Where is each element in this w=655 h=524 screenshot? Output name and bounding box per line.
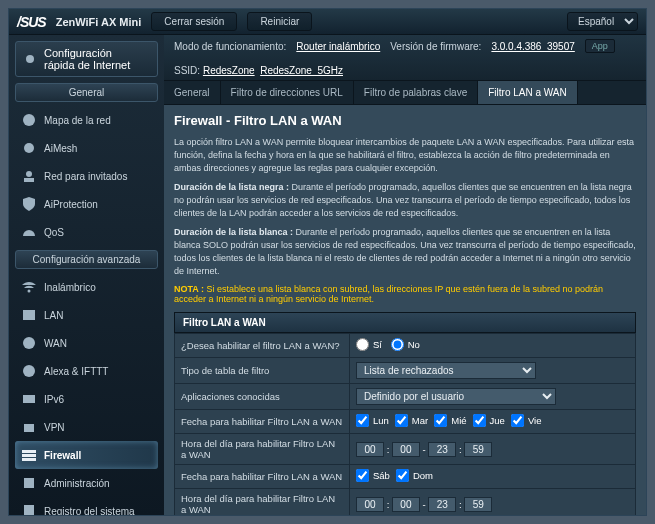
svg-rect-14 [24, 478, 34, 488]
globe-icon [21, 112, 37, 128]
sidebar-item-alexa[interactable]: Alexa & IFTTT [15, 357, 158, 385]
blacklist-label: Duración de la lista negra : [174, 182, 289, 192]
enable-no-radio[interactable] [391, 338, 404, 351]
day-checkbox[interactable] [511, 414, 524, 427]
panel-heading: Filtro LAN a WAN [174, 312, 636, 333]
h2c-input[interactable] [428, 497, 456, 512]
ssid-label: SSID: [174, 65, 200, 76]
svg-rect-11 [22, 450, 36, 453]
vpn-icon [21, 419, 37, 435]
tab-keyword-filter[interactable]: Filtro de palabras clave [354, 81, 478, 104]
page-title: Firewall - Filtro LAN a WAN [174, 113, 636, 128]
svg-rect-6 [23, 310, 35, 320]
hour1-label: Hora del día para habilitar Filtro LAN a… [175, 434, 350, 465]
day-vie[interactable]: Vie [511, 414, 542, 427]
h1c-input[interactable] [428, 442, 456, 457]
sidebar-item-label: VPN [44, 422, 65, 433]
day-mar[interactable]: Mar [395, 414, 428, 427]
sidebar-item-aiprotection[interactable]: AiProtection [15, 190, 158, 218]
app-pill[interactable]: App [585, 39, 615, 53]
apps-label: Aplicaciones conocidas [175, 384, 350, 410]
sidebar-item-wireless[interactable]: Inalámbrico [15, 273, 158, 301]
quick-setup-label-2: rápida de Internet [44, 59, 130, 71]
tabletype-label: Tipo de tabla de filtro [175, 358, 350, 384]
h1d-input[interactable] [464, 442, 492, 457]
firewall-icon [21, 447, 37, 463]
tab-general[interactable]: General [164, 81, 221, 104]
h1b-input[interactable] [392, 442, 420, 457]
day-jue[interactable]: Jue [473, 414, 505, 427]
sidebar-item-label: Administración [44, 478, 110, 489]
svg-point-8 [23, 365, 35, 377]
description-1: La opción filtro LAN a WAN permite bloqu… [174, 136, 636, 175]
day-label: Jue [490, 415, 505, 426]
svg-point-2 [24, 143, 34, 153]
tab-lan-wan-filter[interactable]: Filtro LAN a WAN [478, 81, 578, 104]
day-checkbox[interactable] [356, 414, 369, 427]
h2d-input[interactable] [464, 497, 492, 512]
svg-point-7 [23, 337, 35, 349]
day-checkbox[interactable] [434, 414, 447, 427]
tabletype-select[interactable]: Lista de rechazados [356, 362, 536, 379]
language-select[interactable]: Español [567, 12, 638, 31]
sidebar-item-guest[interactable]: Red para invitados [15, 162, 158, 190]
sidebar-item-admin[interactable]: Administración [15, 469, 158, 497]
sidebar-item-lan[interactable]: LAN [15, 301, 158, 329]
svg-rect-13 [22, 458, 36, 461]
day-checkbox[interactable] [356, 469, 369, 482]
day-lun[interactable]: Lun [356, 414, 389, 427]
h1a-input[interactable] [356, 442, 384, 457]
alexa-icon [21, 363, 37, 379]
day-label: Dom [413, 470, 433, 481]
sidebar-item-label: Firewall [44, 450, 81, 461]
svg-point-5 [28, 290, 31, 293]
fw-label: Versión de firmware: [390, 41, 481, 52]
logout-button[interactable]: Cerrar sesión [151, 12, 237, 31]
ssid1-link[interactable]: RedesZone [203, 65, 255, 76]
svg-point-0 [26, 55, 34, 63]
sidebar-item-label: AiMesh [44, 143, 77, 154]
day-sáb[interactable]: Sáb [356, 469, 390, 482]
enable-yes-radio[interactable] [356, 338, 369, 351]
sidebar: Configuraciónrápida de Internet General … [9, 35, 164, 515]
sidebar-item-map[interactable]: Mapa de la red [15, 106, 158, 134]
sidebar-item-label: QoS [44, 227, 64, 238]
apps-select[interactable]: Definido por el usuario [356, 388, 556, 405]
fw-value-link[interactable]: 3.0.0.4.386_39507 [491, 41, 574, 52]
reboot-button[interactable]: Reiniciar [247, 12, 312, 31]
tab-url-filter[interactable]: Filtro de direcciones URL [221, 81, 354, 104]
quick-setup-button[interactable]: Configuraciónrápida de Internet [15, 41, 158, 77]
day-label: Mié [451, 415, 466, 426]
day-checkbox[interactable] [395, 414, 408, 427]
svg-point-3 [26, 171, 32, 177]
no-label: No [408, 339, 420, 350]
date1-label: Fecha para habilitar Filtro LAN a WAN [175, 410, 350, 434]
svg-point-1 [23, 114, 35, 126]
wifi-icon [21, 279, 37, 295]
sidebar-item-qos[interactable]: QoS [15, 218, 158, 246]
ssid2-link[interactable]: RedesZone_5GHz [260, 65, 343, 76]
h2a-input[interactable] [356, 497, 384, 512]
mesh-icon [21, 140, 37, 156]
mode-value-link[interactable]: Router inalámbrico [296, 41, 380, 52]
lan-icon [21, 307, 37, 323]
sidebar-item-label: Mapa de la red [44, 115, 111, 126]
sidebar-item-label: WAN [44, 338, 67, 349]
sidebar-item-ipv6[interactable]: IPv6 [15, 385, 158, 413]
sidebar-item-wan[interactable]: WAN [15, 329, 158, 357]
day-label: Vie [528, 415, 542, 426]
day-checkbox[interactable] [396, 469, 409, 482]
enable-label: ¿Desea habilitar el filtro LAN a WAN? [175, 334, 350, 358]
svg-rect-15 [24, 505, 34, 515]
sidebar-item-aimesh[interactable]: AiMesh [15, 134, 158, 162]
sidebar-item-vpn[interactable]: VPN [15, 413, 158, 441]
note-label: NOTA : [174, 284, 204, 294]
sidebar-item-log[interactable]: Registro del sistema [15, 497, 158, 515]
day-checkbox[interactable] [473, 414, 486, 427]
sidebar-item-label: AiProtection [44, 199, 98, 210]
h2b-input[interactable] [392, 497, 420, 512]
day-mié[interactable]: Mié [434, 414, 466, 427]
day-dom[interactable]: Dom [396, 469, 433, 482]
sidebar-item-label: LAN [44, 310, 63, 321]
sidebar-item-firewall[interactable]: Firewall [15, 441, 158, 469]
